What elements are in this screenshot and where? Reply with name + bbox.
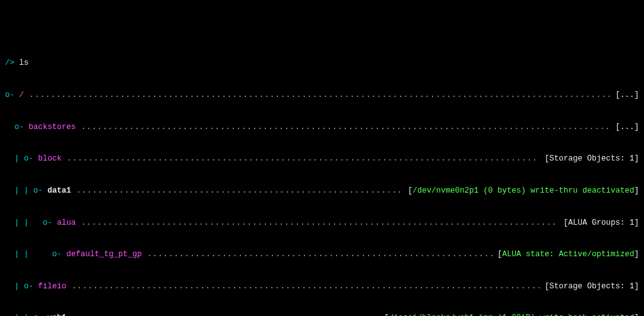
prompt-line: /> ls	[5, 58, 639, 69]
web1-node: | | o- web1 [/iscsi/blocks/web1.img (1.0…	[5, 313, 639, 316]
data1-alua-node: | | o- alua [ALUA Groups: 1]	[5, 218, 639, 229]
tree-root: o- / [...]	[5, 90, 639, 101]
block-node: | o- block [Storage Objects: 1]	[5, 154, 639, 164]
root-tail: [...]	[611, 90, 639, 101]
backstores-node: o- backstores [...]	[5, 122, 639, 133]
prompt-symbol: />	[5, 59, 19, 67]
command-text: ls	[19, 59, 29, 67]
data1-node: | | o- data1 [/dev/nvme0n2p1 (0 bytes) w…	[5, 186, 639, 196]
data1-tg-node: | | o- default_tg_pt_gp [ALUA state: Act…	[5, 249, 639, 260]
root-path: /	[19, 91, 25, 99]
fileio-node: | o- fileio [Storage Objects: 1]	[5, 281, 639, 292]
terminal[interactable]: /> ls o- / [...] o- backstores [...] | o…	[5, 48, 639, 317]
